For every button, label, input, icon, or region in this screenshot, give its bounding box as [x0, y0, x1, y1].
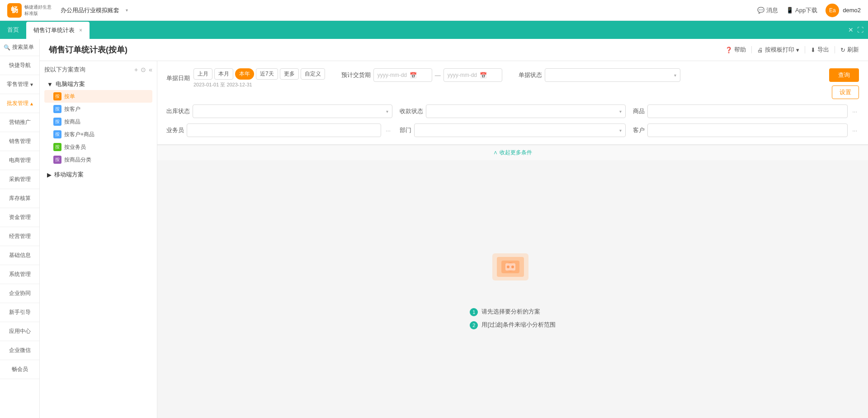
user-area[interactable]: Ea demo2 [826, 4, 861, 17]
order-status-select[interactable]: ▾ [545, 68, 680, 82]
calendar-start-icon: 📅 [410, 72, 417, 79]
expand-tab-action[interactable]: ⛶ [857, 26, 863, 33]
collapse-panel-button[interactable]: « [149, 66, 152, 73]
empty-svg [486, 244, 540, 290]
settings-button[interactable]: 设置 [832, 86, 859, 99]
close-tab-action[interactable]: ✕ [848, 26, 854, 33]
sidebar-item-member[interactable]: 畅会员 [0, 360, 39, 379]
sidebar-item-member-label: 畅会员 [12, 366, 28, 372]
scheme-group-pc: ▼ 电脑端方案 按 按单 按 按客户 按 按商品 [44, 78, 152, 166]
scheme-group-pc-label: 电脑端方案 [56, 80, 85, 88]
template-print-button[interactable]: 🖨 按模板打印 ▾ [757, 46, 799, 54]
tab-home-label: 首页 [7, 26, 19, 34]
date-this-year-btn[interactable]: 本年 [235, 68, 254, 80]
scheme-group-pc-header[interactable]: ▼ 电脑端方案 [44, 78, 152, 90]
search-menu-label: 搜索菜单 [12, 43, 34, 51]
title-dropdown-arrow[interactable]: ▾ [126, 8, 128, 13]
expected-date-start[interactable]: yyyy-mm-dd 📅 [373, 68, 432, 82]
sidebar-item-sales-label: 销售管理 [9, 138, 31, 144]
date-last-7days-btn[interactable]: 近7天 [256, 68, 278, 80]
expected-date-label: 预计交货期 [341, 71, 371, 79]
help-icon: ❓ [725, 47, 732, 53]
scheme-item-by-salesperson[interactable]: 按 按业务员 [44, 141, 152, 153]
sidebar-item-wholesale[interactable]: 批发管理 ▴ [0, 94, 39, 113]
date-last-month-btn[interactable]: 上月 [193, 68, 212, 80]
scheme-item-by-category[interactable]: 按 按商品分类 [44, 153, 152, 166]
sidebar-item-marketing[interactable]: 营销推广 [0, 113, 39, 132]
collapse-more-conditions[interactable]: ∧ 收起更多条件 [157, 145, 868, 160]
download-icon: 📱 [786, 7, 793, 14]
help-button[interactable]: ❓ 帮助 [725, 46, 746, 54]
search-menu-item[interactable]: 🔍 搜索菜单 [0, 39, 39, 56]
salesperson-more-btn[interactable]: ··· [384, 125, 392, 136]
ship-status-select[interactable]: ▾ [193, 104, 392, 118]
scheme-item-by-customer[interactable]: 按 按客户 [44, 103, 152, 115]
date-this-month-btn[interactable]: 本月 [214, 68, 233, 80]
scheme-label-by-customer-goods: 按客户+商品 [64, 131, 94, 138]
sidebar-quick-nav[interactable]: 快捷导航 [0, 56, 39, 75]
sidebar: 🔍 搜索菜单 快捷导航 零售管理 ▾ 批发管理 ▴ 营销推广 销售管理 电商管理… [0, 39, 40, 418]
scheme-group-mobile-header[interactable]: ▶ 移动端方案 [44, 169, 152, 180]
refresh-label: 刷新 [847, 46, 859, 54]
salesperson-input[interactable] [187, 124, 381, 137]
right-panel: 单据日期 上月 本月 本年 近7天 更多 自定义 20 [157, 61, 868, 418]
goods-more-btn[interactable]: ··· [850, 106, 859, 117]
sidebar-item-basic[interactable]: 基础信息 [0, 246, 39, 265]
collapse-text: ∧ 收起更多条件 [493, 149, 532, 156]
logo-text: 畅捷通好生意标准版 [24, 4, 52, 17]
sidebar-item-appcenter[interactable]: 应用中心 [0, 322, 39, 341]
print-icon: 🖨 [757, 47, 763, 53]
sidebar-item-wholesale-label: 批发管理 [7, 100, 28, 107]
order-status-label: 单据状态 [519, 71, 542, 79]
main-layout: 🔍 搜索菜单 快捷导航 零售管理 ▾ 批发管理 ▴ 营销推广 销售管理 电商管理… [0, 39, 868, 418]
ship-status-label: 出库状态 [166, 107, 190, 115]
tab-home[interactable]: 首页 [0, 21, 26, 39]
left-panel-icons: + ⊙ « [134, 66, 152, 73]
sidebar-item-retail[interactable]: 零售管理 ▾ [0, 75, 39, 94]
scheme-item-by-goods[interactable]: 按 按商品 [44, 115, 152, 128]
wholesale-arrow-icon: ▴ [30, 100, 33, 107]
settings-scheme-button[interactable]: ⊙ [141, 66, 146, 73]
empty-state: 1 请先选择要分析的方案 2 用[过滤]条件来缩小分析范围 [157, 160, 868, 418]
tab-sales-stats[interactable]: 销售订单统计表 × [26, 22, 90, 39]
sidebar-item-newuser-label: 新手引导 [9, 309, 31, 315]
goods-select[interactable] [647, 104, 848, 118]
customer-input[interactable] [647, 124, 848, 137]
sidebar-item-ecommerce[interactable]: 电商管理 [0, 151, 39, 170]
expected-date-end[interactable]: yyyy-mm-dd 📅 [443, 68, 502, 82]
date-more-btn[interactable]: 更多 [280, 68, 299, 80]
tip-num-2: 2 [470, 321, 478, 329]
sidebar-item-purchase[interactable]: 采购管理 [0, 170, 39, 189]
header-right: 💬 消息 📱 App下载 Ea demo2 [757, 4, 861, 17]
sidebar-item-sales[interactable]: 销售管理 [0, 132, 39, 151]
collect-status-select[interactable]: ▾ [426, 104, 626, 118]
export-icon: ⬇ [811, 47, 816, 53]
tab-close-icon[interactable]: × [79, 27, 82, 33]
scheme-icon-by-customer-goods: 按 [53, 130, 61, 138]
top-header: 畅 畅捷通好生意标准版 办公用品行业模拟账套 ▾ 💬 消息 📱 App下载 Ea… [0, 0, 868, 21]
search-button[interactable]: 查询 [829, 68, 859, 82]
sidebar-item-management[interactable]: 经营管理 [0, 227, 39, 246]
sidebar-item-weixin[interactable]: 企业微信 [0, 341, 39, 360]
scheme-icon-by-category: 按 [53, 156, 61, 164]
order-date-label: 单据日期 [166, 74, 190, 82]
add-scheme-button[interactable]: + [134, 66, 138, 73]
date-custom-btn[interactable]: 自定义 [301, 68, 325, 80]
sidebar-item-inventory[interactable]: 库存核算 [0, 189, 39, 208]
sidebar-item-system[interactable]: 系统管理 [0, 265, 39, 284]
sidebar-item-enterprise[interactable]: 企业协同 [0, 284, 39, 303]
sidebar-item-inventory-label: 库存核算 [9, 195, 31, 201]
scheme-item-by-order[interactable]: 按 按单 [44, 90, 152, 103]
sidebar-item-finance[interactable]: 资金管理 [0, 208, 39, 227]
app-download-button[interactable]: 📱 App下载 [786, 6, 817, 14]
collect-status-label: 收款状态 [400, 107, 423, 115]
sidebar-item-newuser[interactable]: 新手引导 [0, 303, 39, 322]
scheme-icon-by-customer: 按 [53, 105, 61, 113]
customer-more-btn[interactable]: ··· [850, 125, 859, 136]
app-download-label: App下载 [795, 6, 817, 14]
scheme-item-by-customer-goods[interactable]: 按 按客户+商品 [44, 128, 152, 141]
department-select[interactable]: ▾ [414, 124, 626, 137]
message-button[interactable]: 💬 消息 [757, 6, 778, 14]
export-button[interactable]: ⬇ 导出 [811, 46, 829, 54]
refresh-button[interactable]: ↻ 刷新 [840, 46, 859, 54]
